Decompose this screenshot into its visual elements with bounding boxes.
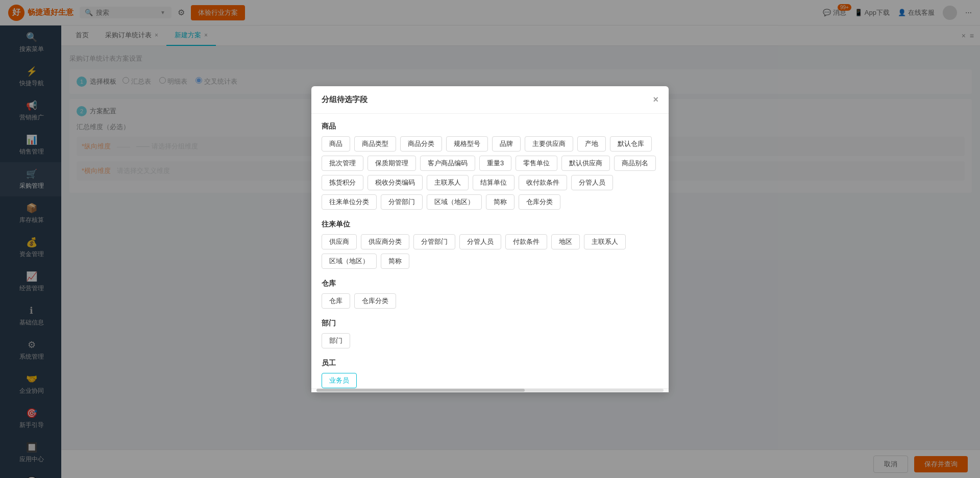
modal-header: 分组待选字段 × (311, 86, 669, 114)
field-tag-partner-category[interactable]: 往来单位分类 (322, 194, 377, 210)
modal-close-button[interactable]: × (653, 94, 658, 105)
field-tag-supplier[interactable]: 供应商 (322, 234, 357, 249)
field-tag-department[interactable]: 部门 (322, 333, 350, 348)
field-tag-pick-score[interactable]: 拣货积分 (322, 175, 363, 190)
field-tag-contact2[interactable]: 主联系人 (584, 234, 626, 249)
employee-fields: 业务员 (322, 373, 658, 388)
section-department-title: 部门 (322, 319, 658, 328)
section-partner: 往来单位 供应商 供应商分类 分管部门 分管人员 付款条件 地区 主联系人 区域… (322, 220, 658, 269)
field-tag-short-name[interactable]: 简称 (486, 194, 514, 210)
field-tag-area[interactable]: 地区 (551, 234, 580, 249)
section-department: 部门 部门 (322, 319, 658, 348)
field-tag-dept[interactable]: 分管部门 (381, 194, 423, 210)
field-tag-payment-terms[interactable]: 收付款条件 (519, 175, 567, 190)
field-tag-default-supplier[interactable]: 默认供应商 (561, 156, 610, 171)
field-tag-region2[interactable]: 区域（地区） (322, 254, 377, 269)
field-tag-retail-unit[interactable]: 零售单位 (516, 156, 557, 171)
field-tag-dept2[interactable]: 分管部门 (413, 234, 455, 249)
section-employee: 员工 业务员 (322, 359, 658, 388)
field-tag-tax-code[interactable]: 税收分类编码 (368, 175, 423, 190)
field-tag-expiry[interactable]: 保质期管理 (368, 156, 416, 171)
field-tag-customer-code[interactable]: 客户商品编码 (420, 156, 475, 171)
section-product: 商品 商品 商品类型 商品分类 规格型号 品牌 主要供应商 产地 默认仓库 批次… (322, 122, 658, 210)
field-tag-warehouse-cat[interactable]: 仓库分类 (519, 194, 560, 210)
modal: 分组待选字段 × 商品 商品 商品类型 商品分类 规格型号 品牌 主要供应商 产… (311, 86, 669, 392)
field-tag-payment[interactable]: 付款条件 (505, 234, 547, 249)
field-tag-warehouse-category[interactable]: 仓库分类 (354, 293, 396, 309)
section-partner-title: 往来单位 (322, 220, 658, 229)
warehouse-fields: 仓库 仓库分类 (322, 293, 658, 309)
modal-scrollbar[interactable] (311, 388, 669, 392)
modal-body[interactable]: 商品 商品 商品类型 商品分类 规格型号 品牌 主要供应商 产地 默认仓库 批次… (311, 114, 669, 388)
field-tag-alias[interactable]: 商品别名 (614, 156, 656, 171)
field-tag-product[interactable]: 商品 (322, 136, 350, 152)
field-tag-product-category[interactable]: 商品分类 (400, 136, 442, 152)
field-tag-supervisor2[interactable]: 分管人员 (459, 234, 501, 249)
section-employee-title: 员工 (322, 359, 658, 368)
field-tag-batch[interactable]: 批次管理 (322, 156, 363, 171)
section-product-title: 商品 (322, 122, 658, 131)
field-tag-salesperson[interactable]: 业务员 (322, 373, 357, 388)
modal-title: 分组待选字段 (322, 95, 368, 105)
partner-fields: 供应商 供应商分类 分管部门 分管人员 付款条件 地区 主联系人 区域（地区） … (322, 234, 658, 269)
department-fields: 部门 (322, 333, 658, 348)
field-tag-origin[interactable]: 产地 (577, 136, 606, 152)
field-tag-warehouse[interactable]: 仓库 (322, 293, 350, 309)
field-tag-supplier-cat[interactable]: 供应商分类 (361, 234, 409, 249)
field-tag-brand[interactable]: 品牌 (492, 136, 521, 152)
hscroll-thumb (316, 389, 525, 392)
field-tag-settlement-unit[interactable]: 结算单位 (473, 175, 514, 190)
field-tag-region[interactable]: 区域（地区） (427, 194, 482, 210)
field-tag-main-supplier[interactable]: 主要供应商 (525, 136, 573, 152)
field-tag-default-warehouse[interactable]: 默认仓库 (610, 136, 652, 152)
field-tag-supervisor[interactable]: 分管人员 (571, 175, 613, 190)
hscroll-track (316, 389, 664, 392)
section-warehouse-title: 仓库 (322, 279, 658, 288)
field-tag-spec-model[interactable]: 规格型号 (446, 136, 488, 152)
product-fields: 商品 商品类型 商品分类 规格型号 品牌 主要供应商 产地 默认仓库 批次管理 … (322, 136, 658, 210)
section-warehouse: 仓库 仓库 仓库分类 (322, 279, 658, 309)
field-tag-main-contact[interactable]: 主联系人 (427, 175, 469, 190)
field-tag-weight[interactable]: 重量3 (479, 156, 511, 171)
field-tag-short2[interactable]: 简称 (381, 254, 409, 269)
field-tag-product-type[interactable]: 商品类型 (354, 136, 396, 152)
modal-overlay: 分组待选字段 × 商品 商品 商品类型 商品分类 规格型号 品牌 主要供应商 产… (0, 0, 980, 452)
